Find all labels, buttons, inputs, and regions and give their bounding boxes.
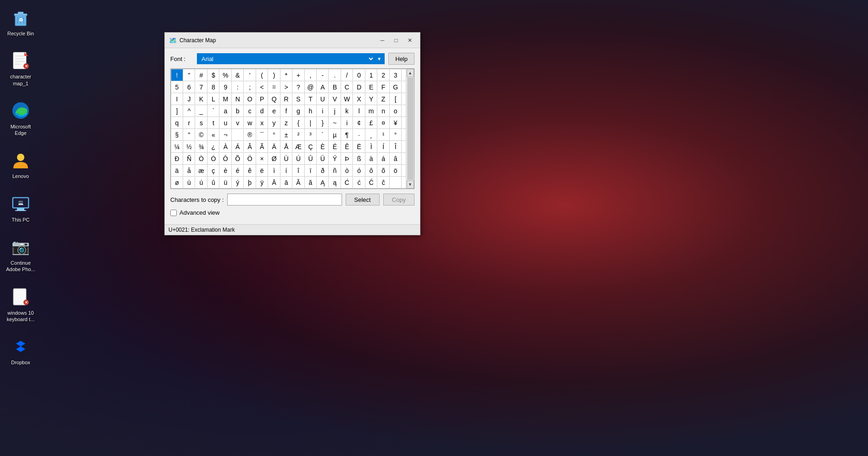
- char-cell[interactable]: ¶: [341, 129, 353, 141]
- char-cell[interactable]: %: [220, 69, 232, 81]
- char-cell[interactable]: ½: [183, 141, 195, 153]
- char-cell[interactable]: ': [244, 69, 256, 81]
- char-cell[interactable]: ®: [244, 129, 256, 141]
- char-cell[interactable]: ²: [293, 129, 305, 141]
- char-cell[interactable]: Á: [232, 141, 244, 153]
- char-cell[interactable]: F: [378, 81, 390, 93]
- char-cell[interactable]: S: [293, 93, 305, 105]
- char-cell[interactable]: ú: [196, 177, 207, 189]
- select-button[interactable]: Select: [346, 194, 380, 206]
- char-cell[interactable]: ă: [305, 177, 317, 189]
- char-cell[interactable]: ¯: [256, 129, 268, 141]
- char-cell[interactable]: .: [329, 69, 341, 81]
- char-cell[interactable]: ~: [329, 117, 341, 129]
- char-cell[interactable]: Ý: [329, 153, 341, 165]
- char-cell[interactable]: N: [232, 93, 244, 105]
- copy-button[interactable]: Copy: [383, 194, 414, 206]
- char-cell[interactable]: ;: [244, 81, 256, 93]
- char-cell[interactable]: b: [232, 105, 244, 117]
- char-cell[interactable]: 8: [207, 81, 219, 93]
- char-cell[interactable]: $: [207, 69, 219, 81]
- char-cell[interactable]: I: [171, 93, 183, 105]
- char-cell[interactable]: 6: [183, 81, 195, 93]
- char-cell[interactable]: s: [196, 117, 207, 129]
- char-cell[interactable]: á: [378, 153, 390, 165]
- char-cell[interactable]: ó: [353, 165, 365, 177]
- char-cell[interactable]: °: [269, 129, 280, 141]
- char-cell[interactable]: ð: [317, 165, 329, 177]
- char-cell[interactable]: ¿: [207, 141, 219, 153]
- char-cell[interactable]: e: [269, 105, 280, 117]
- char-cell[interactable]: «: [207, 129, 219, 141]
- char-cell[interactable]: ¾: [196, 141, 207, 153]
- char-cell[interactable]: Ó: [207, 153, 219, 165]
- char-cell[interactable]: <: [256, 81, 268, 93]
- char-cell[interactable]: È: [317, 141, 329, 153]
- char-cell[interactable]: E: [365, 81, 377, 93]
- maximize-button[interactable]: □: [390, 35, 403, 45]
- char-cell[interactable]: @: [305, 81, 317, 93]
- char-cell[interactable]: Õ: [232, 153, 244, 165]
- char-cell[interactable]: Å: [280, 141, 292, 153]
- char-cell[interactable]: 9: [220, 81, 232, 93]
- char-cell[interactable]: l: [353, 105, 365, 117]
- char-cell[interactable]: i: [317, 105, 329, 117]
- char-cell[interactable]: ÿ: [256, 177, 268, 189]
- char-cell[interactable]: P: [256, 93, 268, 105]
- char-cell[interactable]: C: [341, 81, 353, 93]
- char-cell[interactable]: K: [196, 93, 207, 105]
- char-cell[interactable]: #: [196, 69, 207, 81]
- char-cell[interactable]: Ā: [269, 177, 280, 189]
- desktop-icon-thispc[interactable]: 💻 This PC: [2, 191, 39, 225]
- char-cell[interactable]: ë: [256, 165, 268, 177]
- char-cell[interactable]: Î: [390, 141, 402, 153]
- char-cell[interactable]: Þ: [341, 153, 353, 165]
- desktop-icon-lenovo[interactable]: Lenovo: [2, 147, 39, 181]
- char-cell[interactable]: n: [378, 105, 390, 117]
- char-cell[interactable]: 7: [196, 81, 207, 93]
- char-cell[interactable]: ±: [280, 129, 292, 141]
- char-cell[interactable]: o: [390, 105, 402, 117]
- char-cell[interactable]: Ø: [269, 153, 280, 165]
- char-cell[interactable]: :: [232, 81, 244, 93]
- char-cell[interactable]: d: [256, 105, 268, 117]
- char-cell[interactable]: ­: [232, 129, 244, 141]
- char-cell[interactable]: Æ: [293, 141, 305, 153]
- char-cell[interactable]: þ: [244, 177, 256, 189]
- char-cell[interactable]: v: [232, 117, 244, 129]
- char-cell[interactable]: è: [220, 165, 232, 177]
- help-button[interactable]: Help: [388, 53, 414, 65]
- char-cell[interactable]: ): [269, 69, 280, 81]
- char-cell[interactable]: 3: [390, 69, 402, 81]
- char-cell[interactable]: V: [329, 93, 341, 105]
- char-cell[interactable]: ^: [183, 105, 195, 117]
- char-cell[interactable]: ç: [207, 165, 219, 177]
- char-cell[interactable]: ü: [220, 177, 232, 189]
- char-cell[interactable]: x: [256, 117, 268, 129]
- char-cell[interactable]: M: [220, 93, 232, 105]
- char-cell[interactable]: |: [305, 117, 317, 129]
- char-cell[interactable]: ß: [353, 153, 365, 165]
- char-cell[interactable]: m: [365, 105, 377, 117]
- char-cell[interactable]: Ü: [317, 153, 329, 165]
- char-cell[interactable]: é: [232, 165, 244, 177]
- char-cell[interactable]: ê: [244, 165, 256, 177]
- char-cell[interactable]: O: [244, 93, 256, 105]
- font-dropdown-icon[interactable]: ▼: [375, 54, 384, 64]
- char-cell[interactable]: `: [207, 105, 219, 117]
- char-cell[interactable]: ³: [305, 129, 317, 141]
- char-cell[interactable]: 2: [378, 69, 390, 81]
- char-cell[interactable]: T: [305, 93, 317, 105]
- char-cell[interactable]: §: [171, 129, 183, 141]
- char-cell[interactable]: A: [317, 81, 329, 93]
- char-cell[interactable]: Ą: [317, 177, 329, 189]
- char-cell[interactable]: Ì: [365, 141, 377, 153]
- char-cell[interactable]: y: [269, 117, 280, 129]
- char-cell[interactable]: ö: [390, 165, 402, 177]
- char-cell[interactable]: ¹: [378, 129, 390, 141]
- char-cell[interactable]: ¤: [378, 117, 390, 129]
- font-select[interactable]: Arial Times New Roman Courier New: [198, 55, 375, 63]
- char-cell[interactable]: f: [280, 105, 292, 117]
- char-cell[interactable]: Í: [378, 141, 390, 153]
- char-cell[interactable]: ï: [305, 165, 317, 177]
